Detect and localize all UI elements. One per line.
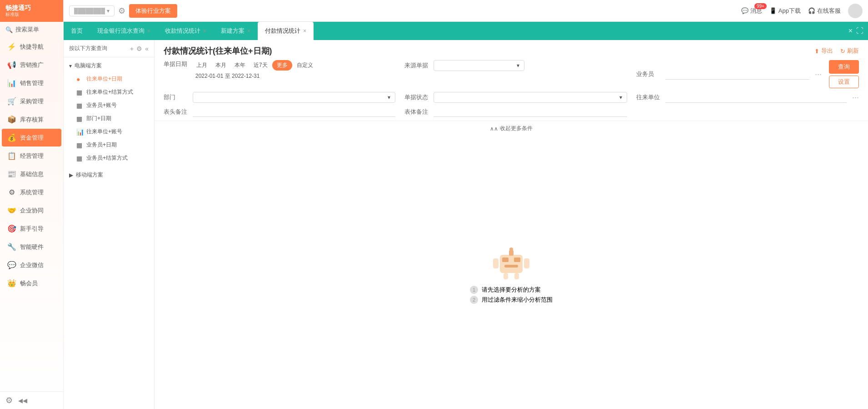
source-filter-cell: 来源单据 ▾ xyxy=(395,60,627,71)
tab-payment[interactable]: 付款情况统计 × xyxy=(258,22,314,40)
scheme-item-salesman-date[interactable]: ▦ 业务员+日期 xyxy=(64,138,154,151)
partner-input[interactable] xyxy=(665,92,847,103)
date-more[interactable]: 更多 xyxy=(272,60,292,71)
note-header-input[interactable] xyxy=(193,106,395,117)
sidebar-item-system[interactable]: ⚙ 系统管理 xyxy=(2,183,61,201)
app-download-action[interactable]: 📱 App下载 xyxy=(769,7,801,15)
tab-new[interactable]: 新建方案 × xyxy=(214,22,258,40)
company-placeholder: ████████ xyxy=(74,8,105,14)
sidebar-item-member[interactable]: 👑 畅会员 xyxy=(2,274,61,292)
tab-payment-close[interactable]: × xyxy=(303,28,306,34)
empty-state: 1 请先选择要分析的方案 2 用过滤条件来缩小分析范围 xyxy=(155,136,868,409)
marketing-icon: 📢 xyxy=(7,61,16,69)
close-all-tabs-icon[interactable]: × xyxy=(848,27,853,35)
topbar-gear-icon[interactable]: ⚙ xyxy=(118,6,125,16)
scheme-item-salesman-account[interactable]: ▦ 业务员+账号 xyxy=(64,99,154,112)
date-this-month[interactable]: 本月 xyxy=(212,60,230,71)
guide-icon: 🎯 xyxy=(7,224,16,233)
left-panel-title: 按以下方案查询 xyxy=(69,45,107,52)
messages-action[interactable]: 💬 消息 99+ xyxy=(741,7,762,15)
left-panel-actions: + ⚙ « xyxy=(130,45,149,52)
tab-home[interactable]: 首页 xyxy=(64,22,90,40)
tab-cash[interactable]: 现金银行流水查询 × xyxy=(90,22,158,40)
scheme-item-unit-account[interactable]: 📊 往来单位+账号 xyxy=(64,125,154,138)
desktop-chevron-icon: ▾ xyxy=(69,63,72,69)
scheme-table-icon: ▦ xyxy=(76,89,84,96)
date-label: 单据日期 xyxy=(164,60,189,68)
empty-illustration xyxy=(489,241,534,282)
search-menu[interactable]: 🔍 搜索菜单 xyxy=(0,22,63,37)
svg-rect-8 xyxy=(504,273,508,279)
scheme-item-dept-date[interactable]: ▦ 部门+日期 xyxy=(64,112,154,125)
sidebar-item-weixin[interactable]: 💬 企业微信 xyxy=(2,256,61,274)
scheme-item-unit-date[interactable]: ● 往来单位+日期 xyxy=(64,72,154,86)
sidebar-item-marketing[interactable]: 📢 营销推广 xyxy=(2,56,61,74)
sidebar-item-sales[interactable]: 📊 销售管理 xyxy=(2,74,61,92)
trial-button[interactable]: 体验行业方案 xyxy=(129,4,177,18)
note-body-input[interactable] xyxy=(434,106,627,117)
sidebar-item-capital[interactable]: 💰 资金管理 xyxy=(2,129,61,146)
source-select[interactable]: ▾ xyxy=(434,60,524,71)
tab-new-close[interactable]: × xyxy=(247,28,250,34)
salesman-input[interactable] xyxy=(665,69,809,80)
desktop-group-title[interactable]: ▾ 电脑端方案 xyxy=(64,59,154,72)
partner-label: 往来单位 xyxy=(636,93,662,101)
scheme-active-icon: ● xyxy=(76,76,84,83)
add-scheme-icon[interactable]: + xyxy=(130,45,134,52)
sidebar-item-inventory[interactable]: 📦 库存核算 xyxy=(2,111,61,128)
tab-collection-close[interactable]: × xyxy=(203,28,206,34)
scheme-item-salesman-settle[interactable]: ▦ 业务员+结算方式 xyxy=(64,151,154,165)
bill-status-label: 单据状态 xyxy=(404,93,430,101)
user-avatar[interactable] xyxy=(848,4,863,18)
tab-cash-close[interactable]: × xyxy=(147,28,150,34)
sidebar-bottom: ⚙ ◀◀ xyxy=(0,391,63,409)
collapse-panel-icon[interactable]: « xyxy=(145,45,149,52)
left-panel-header: 按以下方案查询 + ⚙ « xyxy=(64,40,154,57)
date-last-month[interactable]: 上月 xyxy=(193,60,211,71)
sidebar-item-hardware[interactable]: 🔧 智能硬件 xyxy=(2,238,61,256)
query-button[interactable]: 查询 xyxy=(829,60,859,74)
scheme-settings-icon[interactable]: ⚙ xyxy=(136,45,142,52)
collapse-sidebar-icon[interactable]: ◀◀ xyxy=(18,397,27,404)
service-action[interactable]: 🎧 在线客服 xyxy=(808,7,841,15)
settings-button[interactable]: 设置 xyxy=(829,76,859,88)
salesman-dots[interactable]: ··· xyxy=(815,70,822,79)
date-filter-cell: 单据日期 上月 本月 本年 近7天 更多 自定义 2022-01-01 至 20… xyxy=(164,60,395,80)
basic-icon: 📰 xyxy=(7,170,16,178)
topbar-actions: 💬 消息 99+ 📱 App下载 🎧 在线客服 xyxy=(741,4,863,18)
sidebar-item-guide[interactable]: 🎯 新手引导 xyxy=(2,220,61,237)
hardware-icon: 🔧 xyxy=(7,242,16,251)
dept-select[interactable]: ▾ xyxy=(193,92,395,103)
weixin-icon: 💬 xyxy=(7,261,16,269)
sidebar-item-purchase[interactable]: 🛒 采购管理 xyxy=(2,92,61,110)
settings-bottom-icon[interactable]: ⚙ xyxy=(5,395,13,405)
filter-area: 付款情况统计(往来单位+日期) ⬆ 导出 ↻ 刷新 xyxy=(155,40,868,136)
phone-icon: 📱 xyxy=(769,7,777,14)
fullscreen-icon[interactable]: ⛶ xyxy=(856,27,863,35)
bill-status-select[interactable]: ▾ xyxy=(434,92,627,103)
date-this-year[interactable]: 本年 xyxy=(231,60,249,71)
tab-collection[interactable]: 收款情况统计 × xyxy=(158,22,214,40)
mobile-group-title[interactable]: ▶ 移动端方案 xyxy=(64,168,154,182)
date-7days[interactable]: 近7天 xyxy=(250,60,271,71)
scheme-item-unit-settle[interactable]: ▦ 往来单位+结算方式 xyxy=(64,86,154,99)
sidebar-item-basic[interactable]: 📰 基础信息 xyxy=(2,165,61,183)
salesman-label: 业务员 xyxy=(636,70,662,78)
svg-rect-9 xyxy=(514,273,519,279)
company-dropdown-icon: ▾ xyxy=(107,8,110,14)
collapse-bar[interactable]: ∧∧ 收起更多条件 xyxy=(155,121,868,136)
refresh-button[interactable]: ↻ 刷新 xyxy=(840,47,859,55)
date-custom[interactable]: 自定义 xyxy=(293,60,317,71)
export-button[interactable]: ⬆ 导出 xyxy=(814,47,833,55)
collapse-up-icon: ∧∧ xyxy=(490,126,498,132)
sidebar-item-operation[interactable]: 📋 经营管理 xyxy=(2,147,61,165)
export-icon: ⬆ xyxy=(814,48,819,55)
source-label: 来源单据 xyxy=(404,61,430,70)
company-select[interactable]: ████████ ▾ xyxy=(69,5,115,16)
operation-icon: 📋 xyxy=(7,151,16,160)
partner-dots[interactable]: ··· xyxy=(852,93,859,102)
sidebar-item-enterprise[interactable]: 🤝 企业协同 xyxy=(2,202,61,219)
mobile-scheme-group: ▶ 移动端方案 xyxy=(64,167,154,183)
sidebar-item-quick[interactable]: ⚡ 快捷导航 xyxy=(2,38,61,56)
note-header-label: 表头备注 xyxy=(164,108,189,116)
